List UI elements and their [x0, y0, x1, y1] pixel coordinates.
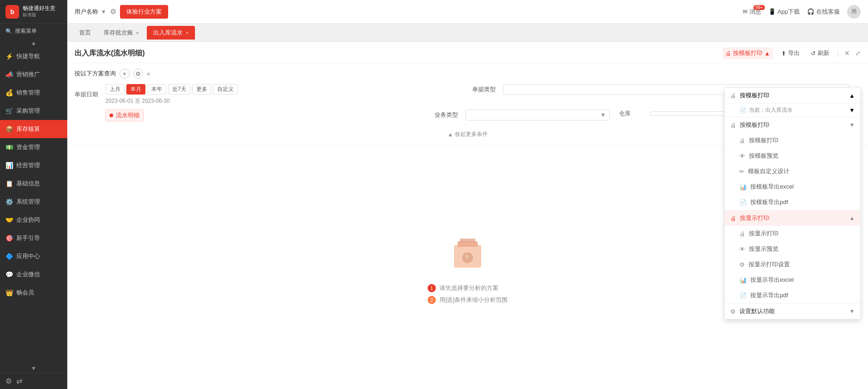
- empty-tip-1: 1 请先选择要分析的方案: [428, 284, 508, 292]
- basic-icon: 📋: [5, 180, 13, 187]
- date-current-year[interactable]: 本年: [147, 84, 166, 95]
- collapse-up-icon: ▲: [448, 131, 453, 138]
- sidebar-item-marketing[interactable]: 📣 营销推广: [0, 65, 67, 84]
- sidebar-item-quick-nav[interactable]: ⚡ 快捷导航: [0, 47, 67, 65]
- sidebar-item-label: 应用中心: [16, 252, 40, 260]
- wechat-icon: 💬: [5, 271, 13, 278]
- empty-tip-2: 2 用[选]条件来缩小分析范围: [428, 296, 508, 304]
- sidebar-item-label: 库存核算: [16, 125, 40, 133]
- dropdown-item-template-print[interactable]: 🖨 按模板打印: [725, 133, 860, 148]
- sidebar-item-search[interactable]: 🔍 搜索菜单: [0, 24, 67, 39]
- collapse-icon[interactable]: ⇄: [16, 377, 22, 385]
- sidebar-item-vip[interactable]: 👑 畅会员: [0, 284, 67, 302]
- tab-home[interactable]: 首页: [75, 26, 95, 40]
- dropdown-item-display-print[interactable]: 🖨 按显示打印: [725, 226, 860, 241]
- sidebar-item-operations[interactable]: 📊 经营管理: [0, 156, 67, 175]
- date-current-month[interactable]: 本月: [126, 84, 145, 95]
- svg-text:?: ?: [465, 254, 469, 261]
- dropdown-item-display-preview[interactable]: 👁 按显示预览: [725, 241, 860, 257]
- date-options: 上月 本月 本年 近7天 更多 自定义: [105, 84, 238, 95]
- tip-text-1: 请先选择要分析的方案: [439, 284, 499, 292]
- date-label: 单据日期: [75, 90, 102, 99]
- dropdown-scroll-up[interactable]: ▲: [849, 92, 855, 99]
- print-dropdown-panel: 🖨 按模板打印 ▲ 📄 当前：出入库流水 ▼ 🖨 按模板打印 ▼: [724, 87, 861, 319]
- sidebar-item-basic[interactable]: 📋 基础信息: [0, 175, 67, 193]
- window-close-btn[interactable]: ✕: [844, 50, 850, 57]
- d-settings-icon: ⚙: [739, 261, 745, 268]
- online-service-label: 在线客服: [816, 8, 840, 16]
- tab-close-icon[interactable]: ×: [136, 30, 139, 35]
- tip-text-2: 用[选]条件来缩小分析范围: [439, 296, 508, 304]
- sidebar-item-system[interactable]: ⚙️ 系统管理: [0, 193, 67, 211]
- sidebar-item-label: 经营管理: [16, 161, 40, 170]
- sidebar-scroll-up[interactable]: ▲: [0, 39, 67, 47]
- date-last-7-days[interactable]: 近7天: [168, 84, 190, 95]
- date-last-month[interactable]: 上月: [105, 84, 125, 95]
- print-btn[interactable]: 🖨 按模板打印 ▲: [723, 47, 773, 59]
- industry-btn[interactable]: 体验行业方案: [120, 5, 168, 19]
- dropdown-item-template-design[interactable]: ✏ 模板自定义设计: [725, 164, 860, 179]
- online-service-btn[interactable]: 🎧 在线客服: [807, 8, 840, 16]
- item-pdf-icon: 📄: [739, 199, 747, 206]
- item-label: 按显示导出excel: [750, 276, 793, 284]
- avatar[interactable]: 用: [847, 5, 861, 19]
- tab-label: 库存批次账: [104, 29, 133, 37]
- phone-icon: 📱: [768, 8, 776, 15]
- refresh-btn[interactable]: ↺ 刷新: [808, 47, 832, 59]
- sidebar-item-app-center[interactable]: 🔷 应用中心: [0, 247, 67, 265]
- export-btn[interactable]: ⬆ 导出: [778, 47, 803, 59]
- tab-inventory-batch[interactable]: 库存批次账 ×: [97, 26, 145, 40]
- dropdown-item-template-excel[interactable]: 📊 按模板导出excel: [725, 179, 860, 194]
- date-custom[interactable]: 自定义: [213, 84, 238, 95]
- search-add-btn[interactable]: +: [120, 69, 130, 79]
- dropdown-item-display-excel[interactable]: 📊 按显示导出excel: [725, 272, 860, 288]
- sidebar-item-guide[interactable]: 🎯 新手引导: [0, 229, 67, 247]
- print-chevron-up-icon: ▲: [764, 50, 770, 57]
- sidebar-item-label: 基础信息: [16, 180, 40, 188]
- item-preview-icon: 👁: [739, 153, 745, 160]
- sidebar-item-cooperation[interactable]: 🤝 企业协同: [0, 211, 67, 229]
- sidebar-item-finance[interactable]: 💵 资金管理: [0, 138, 67, 156]
- business-type-select[interactable]: ▼: [465, 110, 610, 120]
- search-config-btn[interactable]: ⚙: [133, 69, 143, 79]
- dropdown-item-template-pdf[interactable]: 📄 按模板导出pdf: [725, 194, 860, 210]
- app-download-btn[interactable]: 📱 App下载: [768, 8, 800, 16]
- sidebar-item-purchase[interactable]: 🛒 采购管理: [0, 102, 67, 120]
- topbar-right: ✉ 消息 99+ 📱 App下载 🎧 在线客服 用: [743, 5, 861, 19]
- settings-icon[interactable]: ⚙: [5, 377, 12, 385]
- date-more[interactable]: 更多: [192, 84, 211, 95]
- display-print-header[interactable]: 🖨 按显示打印 ▲: [725, 210, 860, 226]
- user-chevron-icon[interactable]: ▼: [101, 9, 106, 15]
- page-title: 出入库流水(流水明细): [75, 49, 145, 58]
- window-expand-btn[interactable]: ⤢: [855, 50, 861, 57]
- sidebar-item-wechat[interactable]: 💬 企业微信: [0, 265, 67, 284]
- dropdown-item-display-print-settings[interactable]: ⚙ 按显示打印设置: [725, 257, 860, 272]
- dropdown-item-template-preview[interactable]: 👁 按模板预览: [725, 148, 860, 164]
- tip-num-2: 2: [428, 296, 436, 304]
- default-function-header[interactable]: ⚙ 设置默认功能 ▼: [725, 304, 860, 319]
- finance-icon: 💵: [5, 144, 13, 151]
- sidebar-item-label: 营销推广: [16, 70, 40, 79]
- item-design-icon: ✏: [739, 168, 744, 175]
- item-label: 按模板导出excel: [750, 183, 793, 191]
- quick-filter-btn[interactable]: 流水明细: [105, 110, 144, 121]
- refresh-icon: ↺: [811, 50, 816, 57]
- template-print-header[interactable]: 🖨 按模板打印 ▼: [725, 117, 860, 133]
- sidebar-item-inventory[interactable]: 📦 库存核算: [0, 120, 67, 138]
- topbar-settings-icon[interactable]: ⚙: [110, 7, 116, 16]
- dropdown-item-display-pdf[interactable]: 📄 按显示导出pdf: [725, 288, 860, 303]
- tab-in-out-flow[interactable]: 出入库流水 ×: [147, 26, 195, 40]
- quick-filter-label: 流水明细: [116, 111, 140, 120]
- d-excel-icon: 📊: [739, 277, 747, 284]
- message-btn[interactable]: ✉ 消息 99+: [743, 8, 761, 16]
- tab-close-icon[interactable]: ×: [185, 30, 188, 35]
- template-print-items: 🖨 按模板打印 👁 按模板预览 ✏ 模板自定义设计 📊 按模板导出excel: [725, 133, 860, 210]
- display-print-section: 🖨 按显示打印 ▲ 🖨 按显示打印 👁 按显示预览 ⚙: [725, 210, 860, 304]
- sidebar-scroll-down[interactable]: ▼: [0, 364, 67, 373]
- sidebar-item-label: 销售管理: [16, 89, 40, 97]
- search-collapse-btn[interactable]: «: [147, 70, 150, 77]
- default-function-arrow-icon: ▼: [849, 308, 855, 314]
- sidebar-item-sales[interactable]: 💰 销售管理: [0, 84, 67, 102]
- sidebar-item-label: 资金管理: [16, 143, 40, 151]
- filter-dot: [110, 114, 113, 117]
